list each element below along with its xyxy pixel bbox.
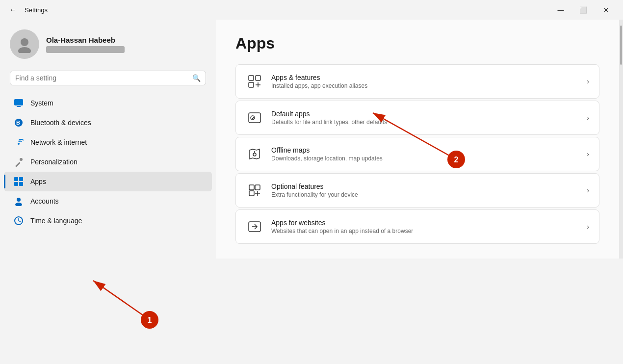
page-title: Apps (235, 34, 599, 52)
svg-point-8 (20, 158, 23, 161)
svg-line-35 (93, 281, 145, 316)
svg-rect-11 (14, 182, 18, 186)
content-wrapper: Apps (216, 20, 623, 259)
optional-features-desc: Extra functionality for your device (271, 191, 579, 198)
setting-card-apps-websites[interactable]: Apps for websites Websites that can open… (235, 209, 599, 244)
user-email-redacted (46, 46, 125, 53)
nav-item-network[interactable]: Network & internet (4, 132, 212, 152)
svg-point-14 (15, 203, 22, 206)
nav-label-bluetooth: Bluetooth & devices (30, 119, 91, 127)
svg-rect-12 (19, 182, 23, 186)
offline-maps-text: Offline maps Downloads, storage location… (271, 146, 579, 162)
nav-item-accounts[interactable]: Accounts (4, 191, 212, 211)
offline-maps-desc: Downloads, storage location, map updates (271, 155, 579, 162)
search-box[interactable]: 🔍 (10, 71, 206, 85)
svg-rect-19 (256, 76, 260, 80)
network-icon (14, 137, 24, 147)
user-name: Ola-Hassan Habeeb (46, 36, 125, 44)
svg-point-25 (253, 153, 256, 156)
user-profile[interactable]: Ola-Hassan Habeeb (0, 20, 216, 67)
svg-point-0 (21, 38, 28, 46)
apps-features-icon (246, 73, 263, 90)
offline-maps-chevron: › (587, 150, 589, 158)
svg-rect-7 (15, 162, 21, 167)
svg-rect-27 (249, 185, 254, 190)
setting-card-optional-features[interactable]: Optional features Extra functionality fo… (235, 173, 599, 208)
svg-rect-10 (19, 177, 23, 181)
search-input[interactable] (15, 74, 188, 82)
nav-item-apps[interactable]: Apps (4, 172, 212, 191)
nav-label-network: Network & internet (30, 138, 87, 146)
back-button[interactable]: ← (6, 3, 20, 17)
maximize-button[interactable]: ⬜ (572, 2, 595, 18)
content-area: Apps (216, 20, 619, 259)
svg-rect-18 (249, 76, 254, 80)
nav-label-system: System (30, 99, 53, 107)
main-layout: Ola-Hassan Habeeb 🔍 System (0, 20, 623, 259)
scrollbar-thumb[interactable] (620, 26, 622, 65)
nav-item-system[interactable]: System (4, 93, 212, 113)
titlebar: ← Settings — ⬜ ✕ (0, 0, 623, 20)
apps-features-text: Apps & features Installed apps, app exec… (271, 74, 579, 89)
search-icon: 🔍 (192, 74, 201, 82)
avatar (10, 29, 39, 59)
optional-features-chevron: › (587, 186, 589, 194)
user-info: Ola-Hassan Habeeb (46, 36, 125, 53)
apps-features-title: Apps & features (271, 74, 579, 81)
nav-item-personalization[interactable]: Personalization (4, 152, 212, 172)
sidebar: Ola-Hassan Habeeb 🔍 System (0, 20, 216, 259)
svg-rect-9 (14, 177, 18, 181)
personalization-icon (14, 157, 24, 167)
minimize-button[interactable]: — (549, 2, 572, 18)
nav-item-time[interactable]: Time & language (4, 211, 212, 231)
svg-rect-2 (14, 99, 23, 105)
default-apps-icon (246, 109, 263, 127)
setting-card-apps-features[interactable]: Apps & features Installed apps, app exec… (235, 64, 599, 99)
settings-list: Apps & features Installed apps, app exec… (235, 64, 599, 244)
svg-rect-28 (255, 185, 260, 190)
apps-icon (14, 177, 24, 186)
svg-rect-3 (17, 106, 21, 107)
svg-text:1: 1 (148, 316, 152, 324)
default-apps-desc: Defaults for file and link types, other … (271, 119, 579, 126)
app-title: Settings (25, 6, 48, 14)
bluetooth-icon: B (14, 118, 24, 128)
apps-websites-icon (246, 218, 263, 235)
nav-label-personalization: Personalization (30, 158, 78, 166)
system-icon (14, 98, 24, 108)
nav-label-time: Time & language (30, 217, 82, 225)
default-apps-chevron: › (587, 114, 589, 122)
nav-item-bluetooth[interactable]: B Bluetooth & devices (4, 113, 212, 132)
accounts-icon (14, 196, 24, 206)
svg-line-17 (19, 221, 21, 222)
optional-features-title: Optional features (271, 182, 579, 190)
close-button[interactable]: ✕ (595, 2, 617, 18)
default-apps-title: Default apps (271, 110, 579, 118)
apps-websites-text: Apps for websites Websites that can open… (271, 219, 579, 234)
default-apps-text: Default apps Defaults for file and link … (271, 110, 579, 126)
apps-websites-desc: Websites that can open in an app instead… (271, 228, 579, 234)
svg-text:B: B (16, 120, 20, 126)
window-controls: — ⬜ ✕ (549, 2, 617, 18)
svg-point-6 (18, 143, 20, 145)
svg-point-1 (18, 47, 31, 53)
setting-card-default-apps[interactable]: Default apps Defaults for file and link … (235, 101, 599, 135)
optional-features-icon (246, 182, 263, 199)
svg-point-13 (17, 198, 21, 202)
apps-websites-chevron: › (587, 223, 589, 231)
scrollbar-track[interactable] (619, 20, 623, 259)
apps-websites-title: Apps for websites (271, 219, 579, 227)
offline-maps-title: Offline maps (271, 146, 579, 154)
nav-label-accounts: Accounts (30, 197, 59, 205)
optional-features-text: Optional features Extra functionality fo… (271, 182, 579, 198)
setting-card-offline-maps[interactable]: Offline maps Downloads, storage location… (235, 137, 599, 171)
offline-maps-icon (246, 145, 263, 163)
svg-point-36 (141, 311, 158, 329)
apps-features-chevron: › (587, 78, 589, 85)
nav-label-apps: Apps (30, 178, 46, 185)
time-icon (14, 216, 24, 226)
svg-rect-29 (249, 191, 254, 196)
apps-features-desc: Installed apps, app execution aliases (271, 82, 579, 89)
svg-rect-20 (249, 82, 254, 87)
